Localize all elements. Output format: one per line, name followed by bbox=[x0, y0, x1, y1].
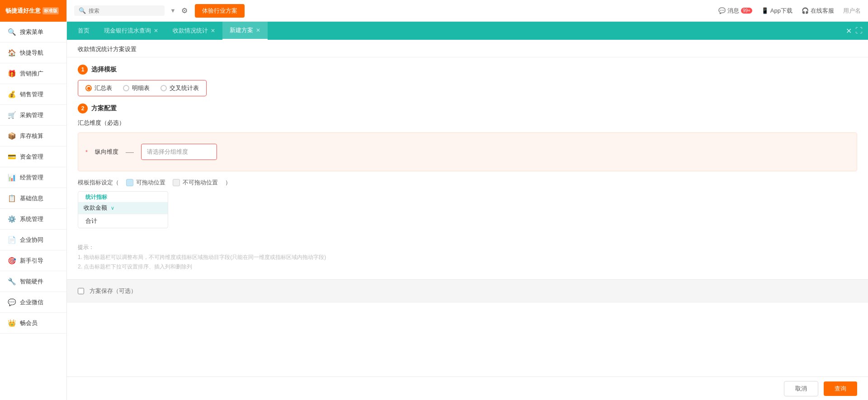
dimension-area: * 纵向维度 — 请选择分组维度 bbox=[78, 132, 857, 171]
service-icon: 🎧 bbox=[802, 7, 809, 14]
stock-icon: 📦 bbox=[7, 132, 16, 141]
gift-icon: 🎁 bbox=[7, 69, 16, 78]
message-icon: 💬 bbox=[718, 7, 726, 14]
tab-receipt-stats-label: 收款情况统计 bbox=[173, 27, 208, 35]
step2-section: 2 方案配置 汇总维度（必选） * 纵向维度 — 请选择分组维度 bbox=[67, 104, 868, 235]
finance-icon: 💳 bbox=[7, 152, 16, 161]
sidebar-label-corp: 企业协同 bbox=[20, 236, 43, 244]
save-scheme-checkbox[interactable] bbox=[78, 288, 84, 294]
step1-label: 选择模板 bbox=[91, 66, 117, 74]
app-download-item[interactable]: 📱 App下载 bbox=[761, 7, 793, 15]
sales-icon: 💰 bbox=[7, 90, 16, 99]
sidebar-item-hardware[interactable]: 🔧 智能硬件 bbox=[0, 271, 66, 292]
sidebar-item-finance[interactable]: 💳 资金管理 bbox=[0, 146, 66, 167]
purchase-icon: 🛒 bbox=[7, 111, 16, 120]
metrics-dropdown-btn[interactable]: ∨ bbox=[111, 205, 114, 211]
dimension-row-label: 纵向维度 bbox=[95, 148, 118, 156]
tab-receipt-stats-close[interactable]: ✕ bbox=[211, 28, 215, 34]
user-info[interactable]: 用户名 bbox=[843, 7, 861, 15]
corp-icon: 📄 bbox=[7, 235, 16, 245]
sidebar-item-quick-nav[interactable]: 🏠 快捷导航 bbox=[0, 42, 66, 63]
sidebar-item-guide[interactable]: 🎯 新手引导 bbox=[0, 250, 66, 271]
draggable-badge: 可拖动位置 bbox=[126, 179, 165, 187]
sidebar-logo: 畅捷通好生意 标准版 bbox=[0, 0, 66, 22]
non-draggable-badge: 不可拖动位置 bbox=[173, 179, 218, 187]
dimension-row: * 纵向维度 — 请选择分组维度 bbox=[85, 144, 849, 160]
sidebar-label-hardware: 智能硬件 bbox=[20, 278, 43, 286]
tab-maximize-icon[interactable]: ⛶ bbox=[855, 27, 863, 35]
sidebar-item-purchase[interactable]: 🛒 采购管理 bbox=[0, 105, 66, 126]
content-area: 收款情况统计方案设置 1 选择模板 汇总表 明细表 bbox=[67, 40, 868, 400]
sidebar-item-operation[interactable]: 📊 经营管理 bbox=[0, 167, 66, 188]
header-dropdown-arrow[interactable]: ▼ bbox=[170, 7, 176, 14]
sidebar-item-marketing[interactable]: 🎁 营销推广 bbox=[0, 63, 66, 84]
notification-item[interactable]: 💬 消息 99+ bbox=[718, 7, 752, 15]
sidebar-item-sales[interactable]: 💰 销售管理 bbox=[0, 84, 66, 105]
online-service-item[interactable]: 🎧 在线客服 bbox=[802, 7, 834, 15]
step2-circle: 2 bbox=[78, 104, 88, 113]
radio-cross-circle bbox=[160, 85, 167, 91]
page-title: 收款情况统计方案设置 bbox=[78, 46, 137, 52]
user-name: 用户名 bbox=[843, 7, 861, 15]
gear-icon[interactable]: ⚙ bbox=[181, 6, 188, 15]
notification-badge: 99+ bbox=[741, 8, 752, 14]
radio-detail-label: 明细表 bbox=[132, 84, 150, 92]
sidebar-item-member[interactable]: 👑 畅会员 bbox=[0, 313, 66, 334]
template-radio-group: 汇总表 明细表 交叉统计表 bbox=[78, 80, 207, 96]
sidebar-item-search[interactable]: 🔍 搜索菜单 bbox=[0, 22, 66, 42]
sidebar-label-guide: 新手引导 bbox=[20, 257, 43, 265]
hardware-icon: 🔧 bbox=[7, 277, 16, 286]
app-download-label: App下载 bbox=[770, 7, 793, 15]
metrics-title: 模板指标设定（ bbox=[78, 179, 119, 187]
draggable-label: 可拖动位置 bbox=[136, 179, 165, 187]
tab-controls: ✕ ⛶ bbox=[846, 22, 864, 40]
save-scheme-label: 方案保存（可选） bbox=[90, 287, 137, 295]
tips-title: 提示： bbox=[78, 244, 94, 250]
header-search-box[interactable]: 🔍 bbox=[74, 5, 165, 16]
tab-close-all-icon[interactable]: ✕ bbox=[846, 27, 852, 35]
online-service-label: 在线客服 bbox=[811, 7, 834, 15]
trial-button[interactable]: 体验行业方案 bbox=[195, 4, 245, 18]
radio-cross[interactable]: 交叉统计表 bbox=[160, 84, 199, 92]
tab-new-scheme-close[interactable]: ✕ bbox=[256, 27, 260, 33]
app-icon: 📱 bbox=[761, 7, 769, 14]
sidebar-item-system[interactable]: ⚙️ 系统管理 bbox=[0, 209, 66, 230]
radio-detail[interactable]: 明细表 bbox=[123, 84, 150, 92]
search-input[interactable] bbox=[89, 8, 156, 14]
dimension-arrow-icon: — bbox=[126, 147, 134, 157]
metrics-table: 统计指标 收款金额 ∨ 合计 bbox=[78, 191, 168, 228]
sidebar-item-wechat[interactable]: 💬 企业微信 bbox=[0, 292, 66, 313]
tab-receipt-stats[interactable]: 收款情况统计 ✕ bbox=[165, 22, 222, 40]
sidebar-label-quick-nav: 快捷导航 bbox=[20, 49, 43, 57]
guide-icon: 🎯 bbox=[7, 256, 16, 265]
tab-bank-query[interactable]: 现金银行流水查询 ✕ bbox=[97, 22, 165, 40]
step1-circle: 1 bbox=[78, 65, 88, 75]
logo-text: 畅捷通好生意 bbox=[5, 7, 41, 14]
step2-indicator: 2 方案配置 bbox=[78, 104, 857, 113]
sidebar-label-search: 搜索菜单 bbox=[20, 28, 43, 36]
sidebar-label-stock: 库存核算 bbox=[20, 132, 43, 140]
query-button[interactable]: 查询 bbox=[824, 381, 857, 396]
tip-item-1: 1. 拖动标题栏可以调整布局，不可跨维度或指标区域拖动目字段(只能在同一维度或指… bbox=[78, 253, 857, 263]
search-icon-header: 🔍 bbox=[79, 7, 86, 14]
cancel-button[interactable]: 取消 bbox=[784, 381, 818, 396]
step1-indicator: 1 选择模板 bbox=[78, 65, 857, 75]
tab-bar: 首页 现金银行流水查询 ✕ 收款情况统计 ✕ 新建方案 ✕ ✕ ⛶ bbox=[67, 22, 868, 40]
tip-item-2: 2. 点击标题栏下拉可设置排序、插入列和删除列 bbox=[78, 262, 857, 272]
sidebar-item-stock[interactable]: 📦 库存核算 bbox=[0, 126, 66, 146]
non-draggable-label: 不可拖动位置 bbox=[183, 179, 218, 187]
tab-bank-query-label: 现金银行流水查询 bbox=[104, 27, 151, 35]
radio-summary[interactable]: 汇总表 bbox=[85, 84, 112, 92]
sidebar-item-corp[interactable]: 📄 企业协同 bbox=[0, 230, 66, 250]
metrics-table-header-row[interactable]: 收款金额 ∨ bbox=[78, 202, 168, 214]
tab-home[interactable]: 首页 bbox=[71, 22, 97, 40]
sidebar-label-system: 系统管理 bbox=[20, 215, 43, 223]
tips-section: 提示： 1. 拖动标题栏可以调整布局，不可跨维度或指标区域拖动目字段(只能在同一… bbox=[67, 235, 868, 279]
sidebar-label-member: 畅会员 bbox=[20, 319, 38, 327]
main-area: 🔍 ▼ ⚙ 体验行业方案 💬 消息 99+ 📱 App下载 🎧 在线客服 用户名 bbox=[67, 0, 868, 400]
tab-bank-query-close[interactable]: ✕ bbox=[154, 28, 158, 34]
tab-new-scheme[interactable]: 新建方案 ✕ bbox=[222, 22, 268, 40]
sidebar-item-basic-info[interactable]: 📋 基础信息 bbox=[0, 188, 66, 209]
dimension-select[interactable]: 请选择分组维度 bbox=[141, 144, 217, 160]
sidebar-label-basic-info: 基础信息 bbox=[20, 194, 43, 202]
